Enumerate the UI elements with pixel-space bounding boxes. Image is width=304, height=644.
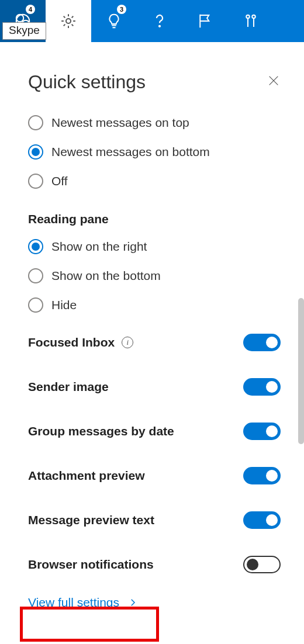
toggle-label-text: Focused Inbox: [28, 335, 115, 349]
radio-icon: [28, 268, 43, 283]
sort-newest-bottom[interactable]: Newest messages on bottom: [28, 144, 281, 160]
radio-icon: [28, 297, 43, 313]
info-icon[interactable]: i: [122, 337, 133, 348]
question-icon: [151, 12, 168, 30]
toggle-label-text: Group messages by date: [28, 424, 174, 438]
toggle-label-text: Attachment preview: [28, 469, 145, 483]
radio-icon: [28, 115, 43, 130]
toggle-message-preview: Message preview text: [28, 511, 281, 529]
toggle-label-text: Sender image: [28, 380, 109, 394]
toggle-switch[interactable]: [243, 334, 281, 351]
toggle-switch[interactable]: [243, 556, 281, 573]
chevron-right-icon: [127, 597, 138, 608]
toggle-label-text: Message preview text: [28, 513, 154, 527]
reading-bottom[interactable]: Show on the bottom: [28, 268, 281, 283]
tools-button[interactable]: [228, 0, 274, 42]
toggle-attachment-preview: Attachment preview: [28, 467, 281, 484]
radio-icon: [28, 239, 43, 254]
toggle-group-by-date: Group messages by date: [28, 423, 281, 440]
sort-off[interactable]: Off: [28, 174, 281, 189]
view-full-settings-link[interactable]: View full settings: [28, 591, 281, 614]
panel-title: Quick settings: [28, 71, 281, 93]
feedback-button[interactable]: [182, 0, 228, 42]
radio-label: Hide: [51, 298, 77, 312]
toggle-switch[interactable]: [243, 467, 281, 484]
quick-settings-panel: Quick settings Newest messages on top Ne…: [0, 42, 304, 644]
toggle-focused-inbox: Focused Inbox i: [28, 334, 281, 351]
reading-hide[interactable]: Hide: [28, 297, 281, 313]
tips-button[interactable]: 3: [91, 0, 137, 42]
gear-icon: [60, 12, 77, 30]
toggle-switch[interactable]: [243, 511, 281, 529]
tips-badge: 3: [117, 5, 126, 14]
view-full-label: View full settings: [28, 595, 119, 610]
sort-newest-top[interactable]: Newest messages on top: [28, 115, 281, 130]
lightbulb-icon: [105, 12, 123, 30]
flag-icon: [196, 12, 214, 30]
radio-label: Newest messages on bottom: [51, 145, 210, 159]
svg-point-3: [66, 19, 71, 23]
close-button[interactable]: [265, 72, 282, 89]
toggle-switch[interactable]: [243, 423, 281, 440]
reading-right[interactable]: Show on the right: [28, 239, 281, 254]
help-button[interactable]: [137, 0, 182, 42]
reading-pane-heading: Reading pane: [28, 212, 281, 226]
radio-label: Newest messages on top: [51, 116, 189, 130]
close-icon: [267, 74, 280, 87]
radio-icon: [28, 174, 43, 189]
settings-button[interactable]: [46, 0, 91, 42]
tools-icon: [242, 12, 260, 30]
radio-label: Show on the right: [51, 240, 147, 254]
toggle-browser-notifications: Browser notifications: [28, 556, 281, 573]
svg-point-6: [252, 15, 255, 19]
toggle-sender-image: Sender image: [28, 378, 281, 396]
reading-pane-group: Show on the right Show on the bottom Hid…: [28, 239, 281, 313]
sort-order-group: Newest messages on top Newest messages o…: [28, 115, 281, 189]
radio-label: Show on the bottom: [51, 269, 161, 283]
svg-point-4: [159, 26, 160, 27]
skype-tooltip: Skype: [2, 22, 46, 40]
radio-label: Off: [51, 174, 68, 188]
skype-badge: 4: [26, 5, 35, 14]
toggle-switch[interactable]: [243, 378, 281, 396]
scrollbar-thumb[interactable]: [298, 298, 304, 444]
svg-point-5: [246, 15, 250, 19]
radio-icon: [28, 144, 43, 160]
toggle-label-text: Browser notifications: [28, 558, 154, 572]
